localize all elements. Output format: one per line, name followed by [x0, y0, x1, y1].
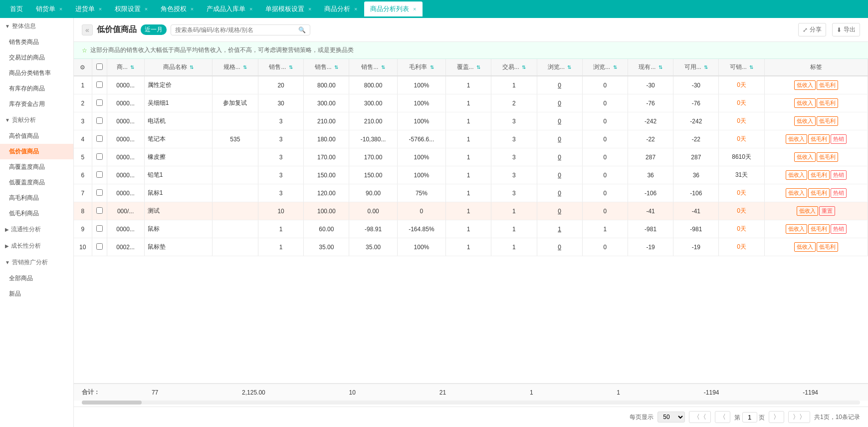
- view-link[interactable]: 0: [558, 118, 561, 125]
- row-checkbox[interactable]: [96, 135, 103, 142]
- td-view1[interactable]: 0: [537, 166, 582, 184]
- th-view1[interactable]: 浏览... ⇅: [537, 59, 582, 76]
- search-input[interactable]: [175, 26, 296, 33]
- close-icon[interactable]: ×: [354, 6, 357, 12]
- th-name[interactable]: 商品名称 ⇅: [144, 59, 212, 76]
- th-code[interactable]: 商... ⇅: [107, 59, 144, 76]
- th-gross[interactable]: 毛利率 ⇅: [397, 59, 445, 76]
- td-view1[interactable]: 0: [537, 130, 582, 148]
- sidebar-group-growth[interactable]: ▶ 成长性分析: [0, 238, 73, 254]
- td-checkbox[interactable]: [92, 238, 107, 256]
- th-cover[interactable]: 覆盖... ⇅: [446, 59, 491, 76]
- sidebar-item-high-coverage[interactable]: 高覆盖度商品: [0, 159, 73, 175]
- th-stock2[interactable]: 可用... ⇅: [673, 59, 719, 76]
- nav-product-analysis[interactable]: 商品分析 ×: [318, 1, 363, 16]
- prev-page-button[interactable]: 〈: [715, 411, 730, 423]
- sidebar-item-high-value[interactable]: 高价值商品: [0, 128, 73, 144]
- last-page-button[interactable]: 〉〉: [788, 411, 810, 423]
- sidebar-group-contribution[interactable]: ▼ 贡献分析: [0, 112, 73, 128]
- row-checkbox[interactable]: [96, 81, 103, 88]
- td-checkbox[interactable]: [92, 220, 107, 238]
- search-icon[interactable]: 🔍: [298, 26, 306, 33]
- row-checkbox[interactable]: [96, 153, 103, 160]
- sidebar-item-high-margin[interactable]: 高毛利商品: [0, 190, 73, 206]
- row-checkbox[interactable]: [96, 225, 103, 232]
- row-checkbox[interactable]: [96, 207, 103, 214]
- close-icon[interactable]: ×: [308, 6, 311, 12]
- view-link[interactable]: 0: [558, 190, 561, 197]
- view-link[interactable]: 0: [558, 136, 561, 143]
- page-size-select[interactable]: 50 100 200: [657, 412, 685, 423]
- td-checkbox[interactable]: [92, 184, 107, 202]
- share-button[interactable]: ⤢ 分享: [798, 23, 826, 36]
- td-view1[interactable]: 0: [537, 202, 582, 220]
- th-sale1[interactable]: 销售... ⇅: [304, 59, 349, 76]
- sidebar-item-new-products[interactable]: 新品: [0, 286, 73, 302]
- td-checkbox[interactable]: [92, 202, 107, 220]
- close-icon[interactable]: ×: [145, 6, 148, 12]
- view-link[interactable]: 0: [558, 172, 561, 179]
- nav-home[interactable]: 首页: [4, 1, 29, 16]
- td-view1[interactable]: 0: [537, 76, 582, 94]
- scrollbar-thumb[interactable]: [82, 401, 142, 405]
- view-link[interactable]: 0: [558, 208, 561, 215]
- nav-product-analysis-list[interactable]: 商品分析列表 ×: [364, 1, 422, 16]
- td-view1[interactable]: 0: [537, 238, 582, 256]
- th-sale2[interactable]: 销售... ⇅: [349, 59, 397, 76]
- sidebar-group-circulation[interactable]: ▶ 流通性分析: [0, 221, 73, 238]
- th-qty[interactable]: 销售... ⇅: [258, 59, 303, 76]
- th-trade[interactable]: 交易... ⇅: [491, 59, 537, 76]
- td-checkbox[interactable]: [92, 94, 107, 112]
- td-view1[interactable]: 1: [537, 220, 582, 238]
- td-view1[interactable]: 0: [537, 94, 582, 112]
- td-checkbox[interactable]: [92, 76, 107, 94]
- td-checkbox[interactable]: [92, 130, 107, 148]
- td-view1[interactable]: 0: [537, 184, 582, 202]
- sidebar-item-traded-products[interactable]: 交易过的商品: [0, 50, 73, 65]
- row-checkbox[interactable]: [96, 243, 103, 250]
- td-checkbox[interactable]: [92, 148, 107, 166]
- close-icon[interactable]: ×: [413, 6, 416, 12]
- next-page-button[interactable]: 〉: [769, 411, 784, 423]
- th-days[interactable]: 可销... ⇅: [719, 59, 764, 76]
- sidebar-item-low-coverage[interactable]: 低覆盖度商品: [0, 175, 73, 190]
- close-icon[interactable]: ×: [59, 6, 62, 12]
- row-checkbox[interactable]: [96, 117, 103, 124]
- sidebar-group-overall[interactable]: ▼ 整体信息: [0, 18, 73, 34]
- th-checkbox[interactable]: [92, 59, 107, 76]
- select-all-checkbox[interactable]: [96, 63, 103, 70]
- nav-purchase-order[interactable]: 进货单 ×: [69, 1, 108, 16]
- page-input[interactable]: [742, 412, 757, 423]
- nav-template[interactable]: 单据模板设置 ×: [259, 1, 317, 16]
- first-page-button[interactable]: 〈〈: [689, 411, 711, 423]
- sidebar-item-low-value[interactable]: 低价值商品: [0, 144, 73, 159]
- th-tags[interactable]: 标签: [764, 59, 868, 76]
- td-checkbox[interactable]: [92, 166, 107, 184]
- th-spec[interactable]: 规格... ⇅: [212, 59, 258, 76]
- sidebar-item-all-products[interactable]: 全部商品: [0, 271, 73, 286]
- view-link[interactable]: 0: [558, 100, 561, 107]
- view-link[interactable]: 0: [558, 154, 561, 161]
- sidebar-item-category-sales[interactable]: 商品分类销售率: [0, 65, 73, 81]
- table-wrapper[interactable]: ⚙ 商... ⇅ 商品名称 ⇅ 规格... ⇅ 销售... ⇅ 销售... ⇅ …: [74, 59, 868, 383]
- nav-product-inbound[interactable]: 产成品入库单 ×: [201, 1, 258, 16]
- view-link[interactable]: 0: [558, 244, 561, 251]
- td-checkbox[interactable]: [92, 112, 107, 130]
- nav-role-auth[interactable]: 角色授权 ×: [155, 1, 200, 16]
- sidebar-group-marketing[interactable]: ▼ 营销推广分析: [0, 254, 73, 271]
- row-checkbox[interactable]: [96, 99, 103, 106]
- collapse-sidebar-button[interactable]: «: [82, 24, 93, 35]
- scrollbar-track[interactable]: [82, 401, 860, 405]
- sidebar-item-stock-capital[interactable]: 库存资金占用: [0, 96, 73, 112]
- filter-tag-recent-month[interactable]: 近一月: [141, 24, 167, 35]
- sidebar-item-stock-products[interactable]: 有库存的商品: [0, 81, 73, 96]
- row-checkbox[interactable]: [96, 189, 103, 196]
- export-button[interactable]: ⬇ 导出: [832, 23, 860, 36]
- view-link[interactable]: 0: [558, 82, 561, 89]
- th-view2[interactable]: 浏览... ⇅: [582, 59, 628, 76]
- close-icon[interactable]: ×: [191, 6, 194, 12]
- close-icon[interactable]: ×: [249, 6, 252, 12]
- th-settings[interactable]: ⚙: [74, 59, 92, 76]
- sidebar-item-sales-products[interactable]: 销售类商品: [0, 34, 73, 50]
- view-link[interactable]: 1: [558, 226, 561, 233]
